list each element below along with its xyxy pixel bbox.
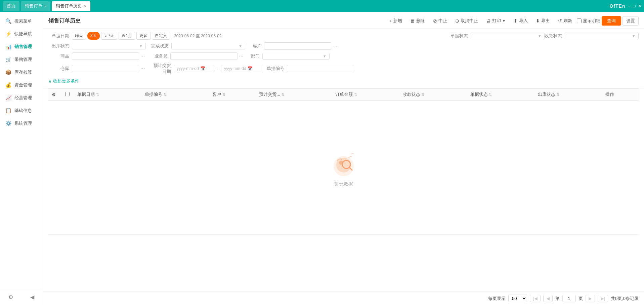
sales-person-more-btn[interactable]: ···: [239, 53, 243, 59]
warehouse-input[interactable]: [72, 65, 139, 72]
th-bill-status-label: 单据状态: [470, 92, 488, 97]
inventory-calc-icon: 📦: [5, 69, 12, 75]
stop-label: 中止: [438, 18, 447, 24]
print-arrow-icon: ▼: [502, 19, 506, 23]
th-operation: 操作: [602, 89, 639, 101]
cancel-stop-label: 取消中止: [461, 18, 478, 24]
th-bill-status[interactable]: 单据状态 ⇅: [467, 89, 534, 101]
next-page-btn[interactable]: ▶: [586, 295, 595, 302]
import-button[interactable]: ⬆ 导入: [510, 16, 531, 25]
th-expected-date[interactable]: 预计交货... ⇅: [256, 89, 332, 101]
date-custom-btn[interactable]: 自定义: [152, 32, 170, 40]
customer-more-btn[interactable]: ···: [333, 43, 337, 49]
th-date[interactable]: 单据日期 ⇅: [74, 89, 141, 101]
empty-state-cell: 暂无数据: [48, 101, 639, 235]
th-receipt-status[interactable]: 收款状态 ⇅: [399, 89, 467, 101]
th-bill-sort-icon: ⇅: [489, 92, 492, 97]
sidebar-item-system-mgmt[interactable]: ⚙️ 系统管理: [0, 117, 43, 130]
expected-date-start-input[interactable]: yyyy-mm-dd 📅: [174, 65, 214, 72]
table-body: 暂无数据: [48, 101, 639, 235]
customer-input[interactable]: [264, 42, 331, 50]
prev-page-btn[interactable]: ◀: [543, 295, 553, 302]
th-expected-sort-icon: ⇅: [282, 92, 285, 97]
date-yesterday-btn[interactable]: 昨天: [72, 32, 86, 40]
warehouse-control: ···: [72, 65, 145, 72]
sidebar-item-operation-mgmt[interactable]: 📈 经营管理: [0, 91, 43, 104]
tab-sales-history[interactable]: 销售订单历史 ×: [52, 1, 90, 11]
complete-status-select[interactable]: ▼: [171, 43, 245, 49]
date-7days-btn[interactable]: 近7天: [101, 32, 118, 40]
th-checkbox[interactable]: [62, 89, 74, 101]
th-settings[interactable]: ⚙: [48, 89, 62, 101]
table-header: ⚙ 单据日期 ⇅ 单据编号 ⇅: [48, 89, 639, 101]
sidebar-item-basic-info-label: 基础信息: [14, 108, 32, 114]
bill-no-input[interactable]: [287, 65, 354, 72]
th-date-label: 单据日期: [77, 92, 95, 97]
th-no-label: 单据编号: [145, 92, 162, 97]
date-3days-btn[interactable]: 3天: [87, 32, 100, 40]
sidebar-item-quick-nav[interactable]: ⚡ 快捷导航: [0, 28, 43, 40]
tab-sales-order[interactable]: 销售订单 ×: [21, 1, 50, 11]
print-button[interactable]: 🖨 打印 ▼: [483, 16, 509, 25]
date-more-btn[interactable]: 更多: [136, 32, 151, 40]
dept-label: 部门: [249, 53, 262, 59]
th-customer[interactable]: 客户 ⇅: [209, 89, 256, 101]
expected-date-end-input[interactable]: yyyy-mm-dd 📅: [221, 65, 261, 72]
select-all-checkbox[interactable]: [65, 92, 70, 96]
last-page-btn[interactable]: ▶|: [598, 295, 608, 302]
minimize-btn[interactable]: −: [628, 4, 630, 8]
sidebar-settings-btn[interactable]: ⚙: [6, 292, 15, 302]
cancel-stop-button[interactable]: ⊙ 取消中止: [452, 16, 481, 25]
sales-person-input[interactable]: [170, 52, 238, 60]
warehouse-more-btn[interactable]: ···: [140, 66, 145, 72]
settings-button[interactable]: 设置: [622, 16, 639, 26]
receipt-status-select[interactable]: ▼: [565, 33, 639, 39]
page-size-select[interactable]: 10 20 50 100: [508, 295, 527, 302]
window-close-btn[interactable]: ×: [638, 3, 641, 9]
export-button[interactable]: ⬇ 导出: [532, 16, 553, 25]
add-label: 新增: [393, 18, 402, 24]
svg-point-1: [336, 158, 351, 173]
empty-state-row: 暂无数据: [48, 101, 639, 235]
purchase-mgmt-icon: 🛒: [5, 56, 12, 63]
expected-date-label: 预计交货日期: [150, 63, 174, 75]
product-input[interactable]: [72, 52, 139, 60]
th-out-stock[interactable]: 出库状态 ⇅: [534, 89, 602, 101]
th-no[interactable]: 单据编号 ⇅: [141, 89, 209, 101]
dept-select[interactable]: ▼: [262, 53, 330, 60]
tab-sales-order-label: 销售订单: [25, 3, 42, 9]
sidebar-item-quick-nav-label: 快捷导航: [14, 31, 32, 37]
bill-status-select[interactable]: ▼: [471, 33, 545, 39]
add-button[interactable]: + 新增: [386, 16, 405, 25]
tab-sales-order-close[interactable]: ×: [44, 4, 46, 8]
sidebar-item-search-menu[interactable]: 🔍 搜索菜单: [0, 15, 43, 28]
show-detail-checkbox[interactable]: [577, 18, 582, 23]
th-amount[interactable]: 订单金额 ⇅: [332, 89, 399, 101]
refresh-button[interactable]: ↺ 刷新: [555, 16, 575, 25]
stop-button[interactable]: ⊘ 中止: [430, 16, 450, 25]
product-control: ···: [72, 52, 145, 60]
tab-sales-history-close[interactable]: ×: [84, 4, 86, 8]
sidebar-collapse-btn[interactable]: ◀: [28, 292, 36, 302]
capital-mgmt-icon: 💰: [5, 82, 12, 88]
maximize-btn[interactable]: □: [633, 4, 635, 8]
date-filter-control: 昨天 3天 近7天 近1月 更多 自定义 2023-06-02 至 2023-0…: [72, 32, 450, 40]
query-button[interactable]: 查询: [602, 16, 621, 26]
date-1month-btn[interactable]: 近1月: [119, 32, 135, 40]
sidebar-item-inventory-calc[interactable]: 📦 库存核算: [0, 66, 43, 79]
collapse-btn[interactable]: ∧ 收起更多条件: [48, 78, 639, 84]
product-more-btn[interactable]: ···: [140, 53, 145, 59]
page-number-input[interactable]: [562, 295, 576, 302]
sidebar-item-purchase-mgmt[interactable]: 🛒 采购管理: [0, 53, 43, 66]
first-page-btn[interactable]: |◀: [530, 295, 540, 302]
empty-state: 暂无数据: [48, 121, 639, 214]
show-detail-label: 显示明细: [577, 18, 600, 24]
sidebar-item-sales-mgmt[interactable]: 📊 销售管理: [0, 40, 43, 53]
delete-button[interactable]: 🗑 删除: [407, 16, 428, 25]
tab-home[interactable]: 首页: [3, 1, 19, 11]
out-stock-select[interactable]: ▼: [72, 43, 146, 49]
sales-person-control: ···: [170, 52, 243, 60]
settings-gear-icon: ⚙: [52, 92, 56, 97]
sidebar-item-capital-mgmt[interactable]: 💰 资金管理: [0, 79, 43, 91]
sidebar-item-basic-info[interactable]: 📋 基础信息: [0, 104, 43, 117]
